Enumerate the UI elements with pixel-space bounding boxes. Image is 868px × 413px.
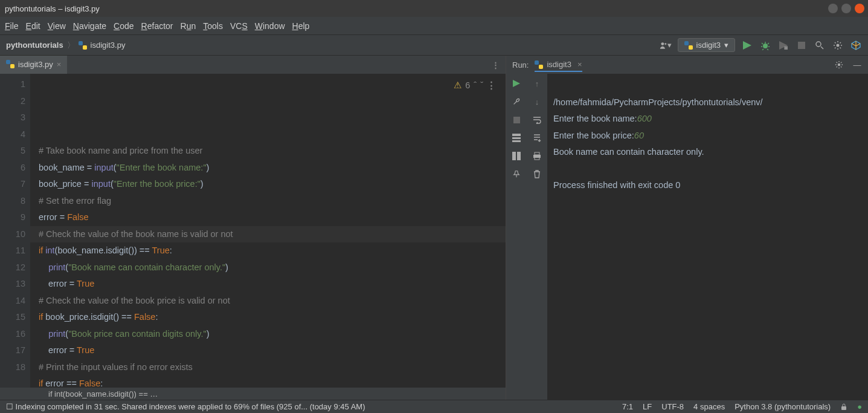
search-icon[interactable] xyxy=(814,39,826,51)
code-area[interactable]: ⚠ 6 ˆ ˇ ⋮ # Take book name and price fro… xyxy=(30,74,506,388)
run-tab[interactable]: isdigit3 × xyxy=(535,60,582,72)
run-toolbar-left2: ↑ ↓ xyxy=(527,74,547,400)
console-line: Enter the book price:60 xyxy=(553,131,644,140)
services-icon[interactable] xyxy=(850,39,862,51)
down-arrow-icon[interactable]: ↓ xyxy=(531,96,543,108)
run-config-selector[interactable]: isdigit3 ▾ xyxy=(678,38,735,52)
print-icon[interactable] xyxy=(531,150,543,162)
python-file-icon xyxy=(684,41,693,50)
next-highlight-icon[interactable]: ˇ xyxy=(480,77,483,94)
svg-rect-18 xyxy=(512,140,521,142)
coverage-button[interactable] xyxy=(777,39,789,51)
scroll-to-end-icon[interactable] xyxy=(531,132,543,144)
editor-tab-label: isdigit3.py xyxy=(18,60,53,69)
console-line: Process finished with exit code 0 xyxy=(553,180,680,190)
status-left[interactable]: ☐ Indexing completed in 31 sec. Shared i… xyxy=(6,402,365,411)
statusbar: ☐ Indexing completed in 31 sec. Shared i… xyxy=(0,400,868,413)
stop-button xyxy=(796,39,808,51)
editor-tabs: isdigit3.py × ⋮ xyxy=(0,56,506,74)
run-config-label: isdigit3 xyxy=(696,41,721,50)
breadcrumb[interactable]: pythontutorials 〉 isdigit3.py xyxy=(6,40,125,51)
python-interpreter[interactable]: Python 3.8 (pythontutorials) xyxy=(735,402,831,411)
menu-vcs[interactable]: VCS xyxy=(230,21,248,31)
menu-edit[interactable]: Edit xyxy=(26,21,40,31)
settings-icon[interactable] xyxy=(832,39,844,51)
maximize-button[interactable] xyxy=(841,4,851,13)
wrench-icon[interactable] xyxy=(510,96,522,108)
svg-rect-19 xyxy=(512,152,516,160)
editor-tab[interactable]: isdigit3.py × xyxy=(0,56,67,74)
lock-icon[interactable] xyxy=(840,403,847,411)
editor-more-icon[interactable]: ⋮ xyxy=(492,60,501,70)
close-run-tab-icon[interactable]: × xyxy=(577,60,582,69)
trash-icon[interactable] xyxy=(531,168,543,180)
close-tab-icon[interactable]: × xyxy=(57,60,62,69)
svg-rect-3 xyxy=(684,41,689,45)
run-title: Run: xyxy=(512,60,529,70)
svg-point-2 xyxy=(661,42,664,45)
run-body: ↑ ↓ /home/fahmida/PycharmProjects/python… xyxy=(506,74,868,400)
context-text: if int(book_name.isdigit()) == … xyxy=(48,389,158,398)
warning-icon[interactable]: ⚠ xyxy=(454,77,461,94)
svg-point-5 xyxy=(763,44,768,48)
line-separator[interactable]: LF xyxy=(643,402,652,411)
run-header: Run: isdigit3 × — xyxy=(506,56,868,74)
chevron-down-icon: ▾ xyxy=(724,41,728,50)
up-arrow-icon[interactable]: ↑ xyxy=(531,77,543,89)
menu-run[interactable]: Run xyxy=(181,21,196,31)
run-settings-icon[interactable] xyxy=(833,59,845,71)
python-file-icon xyxy=(535,60,543,69)
debug-button[interactable] xyxy=(759,39,771,51)
svg-rect-0 xyxy=(79,41,83,45)
menu-view[interactable]: View xyxy=(48,21,66,31)
svg-rect-1 xyxy=(83,45,87,50)
soft-wrap-icon[interactable] xyxy=(531,114,543,126)
breadcrumb-file[interactable]: isdigit3.py xyxy=(91,41,126,50)
menu-window[interactable]: Window xyxy=(255,21,285,31)
hide-panel-icon[interactable]: — xyxy=(851,59,863,71)
console-output[interactable]: /home/fahmida/PycharmProjects/pythontuto… xyxy=(547,74,868,400)
caret-position[interactable]: 7:1 xyxy=(622,402,633,411)
console-line: Enter the book name:600 xyxy=(553,114,652,123)
menubar: File Edit View Navigate Code Refactor Ru… xyxy=(0,17,868,35)
menu-refactor[interactable]: Refactor xyxy=(141,21,173,31)
layout-icon[interactable] xyxy=(510,132,522,144)
svg-rect-21 xyxy=(535,152,539,155)
menu-tools[interactable]: Tools xyxy=(203,21,223,31)
run-tab-label: isdigit3 xyxy=(547,60,571,69)
menu-navigate[interactable]: Navigate xyxy=(73,21,106,31)
close-button[interactable] xyxy=(855,4,864,13)
run-button[interactable] xyxy=(741,39,753,51)
console-line: /home/fahmida/PycharmProjects/pythontuto… xyxy=(553,97,763,107)
svg-rect-6 xyxy=(784,46,788,50)
rerun-button[interactable] xyxy=(510,77,522,89)
gutter: 123456789101112131415161718 xyxy=(0,74,30,388)
svg-rect-11 xyxy=(10,64,14,68)
svg-rect-12 xyxy=(535,60,539,65)
svg-rect-10 xyxy=(6,60,10,64)
status-indicator-icon[interactable]: ● xyxy=(857,402,862,411)
indent-setting[interactable]: 4 spaces xyxy=(693,402,725,411)
layout2-icon[interactable] xyxy=(510,150,522,162)
file-encoding[interactable]: UTF-8 xyxy=(661,402,684,411)
svg-rect-17 xyxy=(512,137,521,139)
menu-help[interactable]: Help xyxy=(292,21,310,31)
pin-icon[interactable] xyxy=(510,168,522,180)
breadcrumb-project[interactable]: pythontutorials xyxy=(6,41,63,50)
svg-point-9 xyxy=(837,44,840,47)
minimize-button[interactable] xyxy=(828,4,838,13)
code-editor[interactable]: 123456789101112131415161718 ⚠ 6 ˆ ˇ ⋮ # … xyxy=(0,74,506,388)
context-info-bar: if int(book_name.isdigit()) == … xyxy=(0,388,506,400)
menu-file[interactable]: File xyxy=(5,21,19,31)
warning-count: 6 xyxy=(465,77,470,94)
svg-point-8 xyxy=(816,42,821,47)
menu-code[interactable]: Code xyxy=(114,21,133,31)
run-toolbar-left xyxy=(506,74,527,400)
svg-rect-16 xyxy=(512,134,521,136)
svg-rect-15 xyxy=(513,117,520,123)
add-user-icon[interactable]: ▾ xyxy=(660,39,672,51)
toolbar: pythontutorials 〉 isdigit3.py ▾ isdigit3… xyxy=(0,35,868,56)
editor-overlay-more-icon[interactable]: ⋮ xyxy=(487,77,497,94)
prev-highlight-icon[interactable]: ˆ xyxy=(474,77,477,94)
python-file-icon xyxy=(6,60,14,68)
